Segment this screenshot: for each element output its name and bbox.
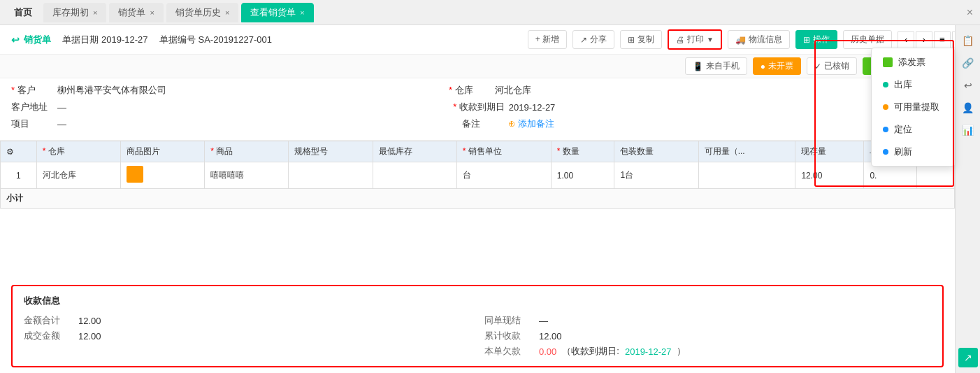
form-row-2: 客户地址 — 收款到期日 2019-12-27 票据类型 不开票 [11,101,969,113]
prev-record-button[interactable]: ‹ [898,31,914,48]
customer-label: 客户 [11,84,53,97]
menu-add-invoice[interactable]: 添发票 [872,51,954,73]
customer-value: 柳州粤港平安气体有限公司 [57,84,166,97]
history-button[interactable]: 历史单据 [843,30,892,49]
current-due-label: 本单欠款 [484,345,533,358]
doc-number-field: 单据编号 SA-20191227-001 [159,34,273,46]
menu-refresh[interactable]: 刷新 [872,141,954,163]
locate-icon [883,127,888,132]
date-value: 2019-12-27 [101,34,148,45]
sidebar-user-icon[interactable]: 👤 [958,98,978,118]
tab-bar: 首页 库存期初 × 销货单 × 销货单历史 × 查看销货单 × × [0,0,980,25]
sidebar-expand-icon[interactable]: ↗ [958,348,978,367]
same-order-item: 同单现结 — [484,314,931,327]
row-pack-qty: 1台 [614,162,698,189]
main-content: ↩ 销货单 单据日期 2019-12-27 单据编号 SA-20191227-0… [0,25,980,373]
number-value: SA-20191227-001 [199,34,273,45]
print-button[interactable]: 🖨 打印 ▼ [668,29,722,50]
cumulative-item: 累计收款 12.00 [484,330,931,342]
list-view-button[interactable]: ≡ [934,31,951,48]
same-order-value: — [539,316,548,326]
col-warehouse: 仓库 [36,141,120,162]
sidebar-back-icon[interactable]: ↩ [958,76,978,95]
right-sidebar: 📋 🔗 ↩ 👤 📊 ↗ [955,25,980,373]
mobile-icon: 📱 [693,62,703,71]
remark-field: 备注 ⊕ 添加备注 [462,118,913,130]
subtotal-label: 小计 [1,189,955,209]
col-settings: ⚙ [1,141,37,162]
payment-info-grid: 金额合计 12.00 同单现结 — 成交金额 12.00 累计收款 12.00 [24,314,931,358]
amount-total-item: 金额合计 12.00 [24,314,470,327]
date-label: 单据日期 [62,34,99,46]
check-button[interactable]: ✓ 已核销 [807,57,857,75]
address-field: 客户地址 — [11,101,453,113]
plus-icon: ⊕ [508,118,515,129]
form-row-3: 项目 — 备注 ⊕ 添加备注 业务员盂 — [11,118,969,130]
col-pack-qty: 包装数量 [614,141,698,162]
row-min-stock [373,162,456,189]
close-icon[interactable]: × [150,8,154,17]
ops-dropdown-menu: 添发票 出库 可用量提取 定位 刷新 [871,48,955,167]
copy-button[interactable]: ⊞ 复制 [620,30,662,49]
amount-total-value: 12.00 [78,316,101,326]
address-label: 客户地址 [11,101,53,113]
ops-icon: ⊞ [803,35,810,45]
not-open-button[interactable]: ● 未开票 [753,57,801,75]
check-icon: ✓ [814,62,821,71]
product-table: ⚙ 仓库 商品图片 商品 规格型号 最低库存 销售单位 数量 包装数量 可用量（… [0,141,955,209]
tab-inventory[interactable]: 库存期初 × [43,3,106,22]
warehouse-value: 河北仓库 [495,84,531,97]
due-date-field: 收款到期日 2019-12-27 [453,101,895,113]
due-date-label: 收款到期日 [453,101,505,113]
new-button[interactable]: + 新增 [528,30,567,49]
col-product: 商品 [205,141,289,162]
deal-amount-value: 12.00 [78,331,101,342]
due-date-value-link[interactable]: 2019-12-27 [625,346,672,357]
menu-out-stock[interactable]: 出库 [872,73,954,96]
add-remark-button[interactable]: ⊕ 添加备注 [508,118,554,130]
row-no: 1 [1,162,37,189]
deal-amount-label: 成交金额 [24,330,73,342]
logistics-button[interactable]: 🚚 物流信息 [728,30,790,49]
next-record-button[interactable]: › [916,31,932,48]
sidebar-chart-icon[interactable]: 📊 [958,120,978,140]
customer-field: 客户 柳州粤港平安气体有限公司 [11,84,449,97]
table-header-row: ⚙ 仓库 商品图片 商品 规格型号 最低库存 销售单位 数量 包装数量 可用量（… [1,141,955,162]
tab-view-sales[interactable]: 查看销货单 × [241,3,313,22]
ops-button[interactable]: ⊞ 操作 [795,30,837,49]
cumulative-label: 累计收款 [484,330,533,342]
sidebar-link-icon[interactable]: 🔗 [958,53,978,73]
share-button[interactable]: ↗ 分享 [572,30,614,49]
current-due-value: 0.00 [539,346,556,357]
menu-locate[interactable]: 定位 [872,118,954,141]
project-label: 项目 [11,118,53,130]
subtotal-row: 小计 [1,189,955,209]
sidebar-clipboard-icon[interactable]: 📋 [958,31,978,50]
close-icon[interactable]: × [93,8,97,17]
tab-sales[interactable]: 销货单 × [109,3,163,22]
menu-available-qty[interactable]: 可用量提取 [872,96,954,118]
close-icon[interactable]: × [225,8,229,17]
remark-label: 备注 [462,118,504,130]
col-product-img: 商品图片 [120,141,204,162]
doc-title: ↩ 销货单 [11,34,51,46]
window-close-button[interactable]: × [967,6,973,19]
address-value: — [57,102,66,113]
due-date-note: （收款到期日: [562,345,619,358]
row-sales-unit: 台 [456,162,551,189]
number-label: 单据编号 [159,34,196,46]
available-qty-icon [883,104,888,110]
close-icon[interactable]: × [300,8,304,17]
deal-amount-item: 成交金额 12.00 [24,330,470,342]
mobile-button[interactable]: 📱 来自手机 [685,57,747,75]
refresh-icon [883,149,888,155]
due-date-close-paren: ） [677,345,686,358]
same-order-label: 同单现结 [484,314,533,327]
tab-home[interactable]: 首页 [6,3,41,22]
col-quantity: 数量 [551,141,614,162]
product-table-area: ⚙ 仓库 商品图片 商品 规格型号 最低库存 销售单位 数量 包装数量 可用量（… [0,141,955,279]
tab-sales-history[interactable]: 销货单历史 × [166,3,238,22]
project-value: — [57,119,66,129]
table-row: 1 河北仓库 嘻嘻嘻嘻 台 1.00 1台 12 [1,162,955,189]
row-available [698,162,795,189]
